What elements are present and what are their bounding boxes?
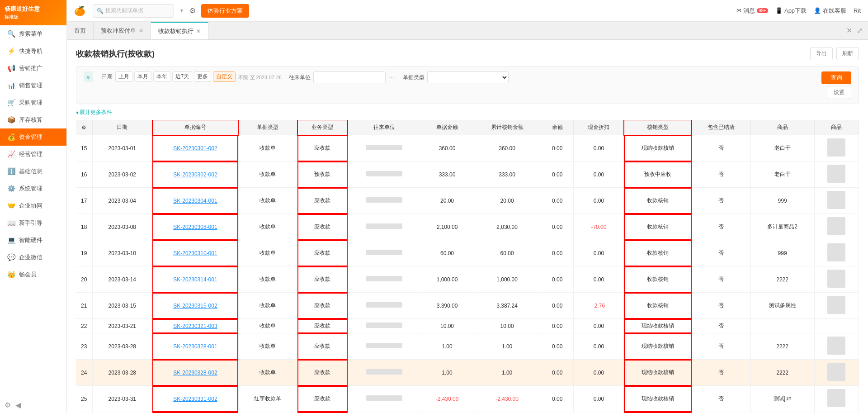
cell-cash-discount: 0.00 xyxy=(574,266,624,293)
filter-custom-button[interactable]: 自定义 xyxy=(213,71,236,82)
table-header-row: ⚙ 日期 单据编号 单据类型 业务类型 往来单位 单据金额 累计核销金额 余额 … xyxy=(76,120,859,135)
expand-more-button[interactable]: ▾ 展开更多条件 xyxy=(76,109,112,116)
sidebar-item-5[interactable]: 📦库存核算 xyxy=(0,111,66,128)
cell-biz-type: 应收款 xyxy=(297,293,348,319)
code-link[interactable]: SK-20230301-002 xyxy=(173,145,217,152)
filter-this-year[interactable]: 本年 xyxy=(153,71,170,82)
code-link[interactable]: SK-20230331-002 xyxy=(173,396,217,402)
cell-accumulated: 1.00 xyxy=(473,360,541,386)
table-row: 17 2023-03-04 SK-20230304-001 收款单 应收款 20… xyxy=(76,188,859,214)
cell-include-settled: 否 xyxy=(692,214,750,240)
cell-cash-discount: 0.00 xyxy=(574,319,624,333)
cell-amount: 1.00 xyxy=(421,333,473,360)
table-container: ⚙ 日期 单据编号 单据类型 业务类型 往来单位 单据金额 累计核销金额 余额 … xyxy=(76,120,859,413)
settings-icon[interactable]: ⚙ xyxy=(5,401,11,409)
code-link[interactable]: SK-20230328-001 xyxy=(173,343,217,350)
filter-this-month[interactable]: 本月 xyxy=(134,71,151,82)
sidebar-label-14: 畅会员 xyxy=(19,271,37,279)
filter-voucher-type-select[interactable] xyxy=(427,71,509,83)
cell-date: 2023-03-08 xyxy=(92,214,152,240)
tab-close-1[interactable]: ✕ xyxy=(139,28,143,34)
sidebar-item-1[interactable]: ⚡快捷导航 xyxy=(0,43,66,60)
filter-last-month[interactable]: 上月 xyxy=(115,71,132,82)
sidebar-item-6[interactable]: 💰资金管理 xyxy=(0,128,66,146)
cell-partner xyxy=(348,386,421,412)
tab-1[interactable]: 预收冲应付单✕ xyxy=(94,22,151,39)
cell-code: SK-20230314-001 xyxy=(152,266,239,293)
col-biz-type: 业务类型 xyxy=(297,120,348,135)
app-download-item[interactable]: 📱 App下载 xyxy=(775,7,807,15)
gear-icon[interactable]: ⚙ xyxy=(81,124,86,131)
cell-goods2 xyxy=(814,386,859,412)
cell-include-settled: 否 xyxy=(692,360,750,386)
sidebar-item-4[interactable]: 🛒采购管理 xyxy=(0,94,66,111)
tab-label-0: 首页 xyxy=(74,27,86,35)
topbar-search[interactable]: 🔍 搜索功能或单据 xyxy=(93,4,174,18)
sidebar-item-11[interactable]: 📖新手引导 xyxy=(0,214,66,232)
sidebar-item-7[interactable]: 📈经营管理 xyxy=(0,146,66,163)
close-icon[interactable]: ✕ xyxy=(846,26,852,35)
messages-item[interactable]: ✉ 消息 99+ xyxy=(736,7,768,15)
code-link[interactable]: SK-20230308-001 xyxy=(173,224,217,230)
cell-accumulated: 10.00 xyxy=(473,319,541,333)
tab-0[interactable]: 首页 xyxy=(67,22,94,39)
sidebar-item-14[interactable]: 👑畅会员 xyxy=(0,266,66,283)
sidebar-item-3[interactable]: 📊销售管理 xyxy=(0,77,66,94)
filter-7-days[interactable]: 近7天 xyxy=(172,71,193,82)
cell-goods2 xyxy=(814,240,859,266)
collapse-icon[interactable]: ◀ xyxy=(15,401,21,409)
page-inner: 收款核销执行(按收款) 导出 刷新 » 日期 上月 本月 本年 近7天 更多 xyxy=(67,40,868,413)
industry-solution-button[interactable]: 体验行业方案 xyxy=(201,4,249,18)
code-link[interactable]: SK-20230321-003 xyxy=(173,323,217,329)
filter-settings-button[interactable]: 设置 xyxy=(827,86,851,99)
sidebar-item-13[interactable]: 💬企业微信 xyxy=(0,249,66,266)
filter-partner-input[interactable] xyxy=(313,71,386,83)
sidebar-label-3: 销售管理 xyxy=(19,81,42,90)
table-row: 22 2023-03-21 SK-20230321-003 收款单 应收款 10… xyxy=(76,319,859,333)
cell-include-settled: 否 xyxy=(692,293,750,319)
tab-close-2[interactable]: ✕ xyxy=(196,28,201,34)
cell-verify-type: 收款核销 xyxy=(624,214,692,240)
code-link[interactable]: SK-20230328-002 xyxy=(173,370,217,376)
cell-code: SK-20230302-002 xyxy=(152,161,239,188)
sidebar-item-0[interactable]: 🔍搜索菜单 xyxy=(0,25,66,43)
topbar-gear-icon[interactable]: ⚙ xyxy=(189,6,196,15)
sidebar-item-2[interactable]: 📢营销推广 xyxy=(0,60,66,77)
sidebar-item-12[interactable]: 💻智能硬件 xyxy=(0,232,66,249)
code-link[interactable]: SK-20230314-001 xyxy=(173,276,217,283)
code-link[interactable]: SK-20230315-002 xyxy=(173,303,217,309)
cell-biz-type: 应收款 xyxy=(297,333,348,360)
query-button[interactable]: 查询 xyxy=(821,71,851,84)
cell-goods2 xyxy=(814,135,859,161)
table-row: 18 2023-03-08 SK-20230308-001 收款单 应收款 2,… xyxy=(76,214,859,240)
cell-include-settled: 否 xyxy=(692,240,750,266)
cell-code: SK-20230328-002 xyxy=(152,360,239,386)
tab-2[interactable]: 收款核销执行✕ xyxy=(151,22,208,39)
cell-amount: -2,430.00 xyxy=(421,386,473,412)
sidebar-icon-4: 🛒 xyxy=(7,99,15,107)
sidebar-item-8[interactable]: ℹ️基础信息 xyxy=(0,163,66,180)
sidebar-item-9[interactable]: ⚙️系统管理 xyxy=(0,180,66,197)
user-item[interactable]: Rit xyxy=(854,7,861,14)
cell-no: 22 xyxy=(76,319,92,333)
code-link[interactable]: SK-20230304-001 xyxy=(173,198,217,204)
sidebar-item-10[interactable]: 🤝企业协同 xyxy=(0,197,66,214)
col-settings[interactable]: ⚙ xyxy=(76,120,92,135)
code-link[interactable]: SK-20230310-001 xyxy=(173,250,217,256)
refresh-button[interactable]: 刷新 xyxy=(836,47,859,60)
col-partner: 往来单位 xyxy=(348,120,421,135)
cell-goods1: 老白干 xyxy=(750,161,814,188)
messages-label: 消息 xyxy=(743,7,755,15)
cell-verify-type: 现结收款核销 xyxy=(624,135,692,161)
cell-biz-type: 应收款 xyxy=(297,386,348,412)
expand-icon[interactable]: ⤢ xyxy=(857,26,863,35)
expand-more-label: 展开更多条件 xyxy=(80,109,112,116)
cell-goods1: 999 xyxy=(750,188,814,214)
topbar-chevron-icon[interactable]: ▼ xyxy=(179,8,184,13)
code-link[interactable]: SK-20230302-002 xyxy=(173,171,217,178)
export-button[interactable]: 导出 xyxy=(810,47,833,60)
filter-expand-button[interactable]: » xyxy=(84,71,93,82)
filter-more[interactable]: 更多 xyxy=(194,71,211,82)
online-service-item[interactable]: 👤 在线客服 xyxy=(814,7,846,15)
cell-partner xyxy=(348,214,421,240)
